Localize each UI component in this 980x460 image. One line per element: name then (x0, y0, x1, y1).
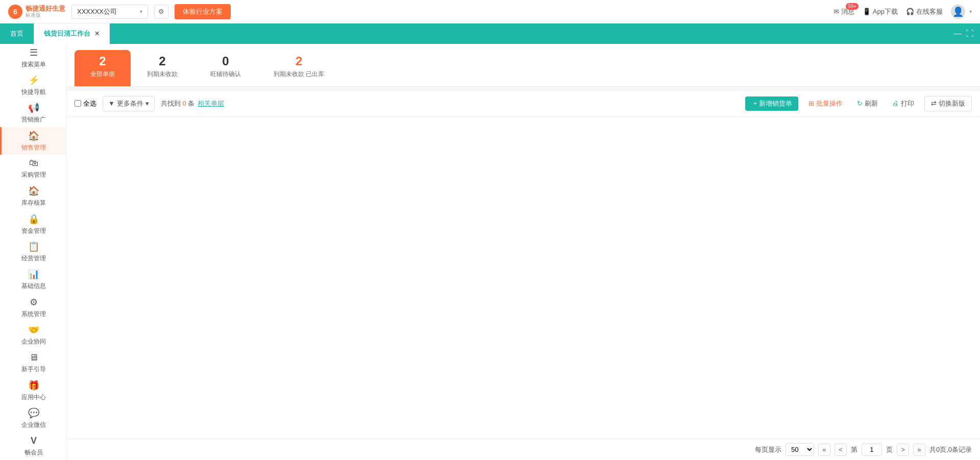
online-service-action[interactable]: 🎧 在线客服 (906, 7, 943, 16)
message-icon: ✉ (834, 8, 839, 15)
beginner-icon: 🖥 (29, 352, 38, 363)
sidebar-item-label-14: 畅会员 (24, 448, 43, 457)
select-all-input[interactable] (75, 100, 81, 107)
switch-version-button[interactable]: ⇄ 切换新版 (924, 96, 972, 111)
search-menu-icon: ☰ (30, 47, 38, 58)
tab-home[interactable]: 首页 (0, 23, 34, 44)
sidebar-item-sales[interactable]: 🏠 销售管理 (0, 127, 66, 155)
page-label: 第 (851, 445, 857, 454)
new-sale-order-button[interactable]: + 新增销货单 (745, 96, 798, 111)
sidebar-item-label-10: 企业协同 (21, 337, 46, 346)
pagination-bar: 每页显示 50 10 20 100 « < 第 页 > » 共0页,0条记录 (66, 439, 980, 460)
service-icon: 🎧 (906, 8, 914, 15)
last-page-icon: » (917, 446, 921, 453)
select-all-checkbox[interactable]: 全选 (75, 99, 96, 108)
tab-work-station[interactable]: 钱货日清工作台 ✕ (34, 23, 110, 44)
table-area (66, 117, 980, 439)
batch-label: 批量操作 (816, 99, 843, 108)
stat-count-overdue: 2 (159, 54, 165, 69)
last-page-button[interactable]: » (913, 444, 925, 456)
stat-label-all: 全部单据 (90, 70, 115, 79)
experience-button[interactable]: 体验行业方案 (175, 4, 231, 19)
member-icon: V (31, 435, 37, 446)
sidebar-item-finance[interactable]: 🔒 资金管理 (0, 210, 66, 238)
sidebar-item-label-11: 新手引导 (21, 365, 46, 374)
page-input[interactable] (862, 444, 882, 456)
enterprise-collab-icon: 🤝 (28, 324, 39, 335)
sidebar-item-app-center[interactable]: 🎁 应用中心 (0, 377, 66, 404)
sidebar-item-system[interactable]: ⚙ 系统管理 (0, 294, 66, 321)
logo-sub: 标准版 (26, 12, 65, 18)
sidebar-item-marketing[interactable]: 📢 营销推广 (0, 100, 66, 127)
sidebar-item-inventory[interactable]: 🏠 库存核算 (0, 183, 66, 210)
sidebar-item-label-0: 搜索菜单 (21, 60, 46, 69)
found-link[interactable]: 相关单据 (198, 100, 224, 107)
tab-bar-actions: — ⛶ (953, 29, 980, 38)
prev-page-button[interactable]: < (835, 444, 847, 456)
stat-tab-all[interactable]: 2 全部单据 (75, 50, 131, 86)
main-layout: ☰ 搜索菜单 ⚡ 快捷导航 📢 营销推广 🏠 销售管理 🛍 采购管理 🏠 库存核… (0, 44, 980, 460)
refresh-button[interactable]: ↻ 刷新 (853, 96, 882, 111)
page-size-label: 每页显示 (755, 445, 781, 454)
print-button[interactable]: 🖨 打印 (888, 96, 918, 111)
gear-icon: ⚙ (158, 8, 164, 15)
select-all-label: 全选 (83, 99, 96, 108)
batch-operation-button[interactable]: ⊞ 批量操作 (804, 96, 847, 111)
marketing-icon: 📢 (28, 102, 39, 113)
sidebar-item-operations[interactable]: 📋 经营管理 (0, 238, 66, 265)
filter-icon: ▼ (108, 100, 115, 107)
sidebar-item-label-1: 快捷导航 (21, 88, 46, 96)
app-download-action[interactable]: 📱 App下载 (863, 7, 898, 16)
tab-close-icon[interactable]: ✕ (94, 30, 100, 37)
sidebar-item-beginner[interactable]: 🖥 新手引导 (0, 349, 66, 377)
sidebar-item-quick-nav[interactable]: ⚡ 快捷导航 (0, 71, 66, 99)
stat-label-wangpu: 旺辅待确认 (210, 70, 241, 79)
stat-tab-wangpu[interactable]: 0 旺辅待确认 (194, 50, 257, 86)
sidebar-item-basic-info[interactable]: 📊 基础信息 (0, 266, 66, 294)
finance-icon: 🔒 (28, 213, 39, 225)
sidebar-item-enterprise-wechat[interactable]: 💬 企业微信 (0, 404, 66, 432)
message-badge: 99+ (846, 3, 859, 10)
first-page-button[interactable]: « (818, 444, 830, 456)
settings-button[interactable]: ⚙ (154, 5, 168, 19)
page-size-select[interactable]: 50 10 20 100 (786, 443, 814, 456)
sidebar-item-label-7: 经营管理 (21, 254, 46, 263)
sidebar-item-member[interactable]: V 畅会员 (0, 432, 66, 460)
filter-label: 更多条件 (117, 99, 143, 108)
company-selector[interactable]: XXXXXX公司 ▾ (71, 5, 148, 19)
sales-icon: 🏠 (28, 130, 39, 141)
app-center-icon: 🎁 (28, 380, 39, 391)
quick-nav-icon: ⚡ (28, 75, 39, 86)
minimize-icon[interactable]: — (953, 29, 962, 38)
top-header: 6 畅捷通好生意 标准版 XXXXXX公司 ▾ ⚙ 体验行业方案 ✉ 消息 99… (0, 0, 980, 23)
basic-info-icon: 📊 (28, 269, 39, 280)
found-count-text: 共找到 0 条 相关单据 (161, 99, 224, 108)
sidebar-item-label-8: 基础信息 (21, 282, 46, 290)
sidebar-item-label-9: 系统管理 (21, 310, 46, 319)
sidebar-item-label-3: 销售管理 (21, 143, 46, 152)
sidebar-item-enterprise-collab[interactable]: 🤝 企业协同 (0, 321, 66, 349)
stat-label-shipped: 到期未收款 已出库 (274, 70, 324, 79)
found-prefix: 共找到 (161, 100, 181, 107)
avatar: 👤 (951, 5, 965, 19)
sidebar-item-purchase[interactable]: 🛍 采购管理 (0, 155, 66, 182)
sidebar-item-label-6: 资金管理 (21, 227, 46, 235)
message-action[interactable]: ✉ 消息 99+ (834, 7, 854, 16)
refresh-label: 刷新 (865, 99, 878, 108)
filter-button[interactable]: ▼ 更多条件 ▾ (103, 96, 155, 111)
user-area[interactable]: 👤 ▾ (951, 5, 972, 19)
app-download-label: App下载 (873, 7, 898, 16)
maximize-icon[interactable]: ⛶ (966, 29, 974, 38)
header-left: 6 畅捷通好生意 标准版 XXXXXX公司 ▾ ⚙ 体验行业方案 (8, 4, 231, 19)
sidebar-item-label-12: 应用中心 (21, 393, 46, 402)
next-page-icon: > (901, 446, 905, 453)
sidebar-item-search-menu[interactable]: ☰ 搜索菜单 (0, 44, 66, 71)
company-name: XXXXXX公司 (77, 7, 117, 16)
logo-text: 畅捷通好生意 标准版 (26, 5, 65, 19)
stat-tab-overdue[interactable]: 2 到期未收款 (131, 50, 194, 86)
stat-tab-shipped[interactable]: 2 到期未收款 已出库 (257, 50, 340, 86)
sidebar: ☰ 搜索菜单 ⚡ 快捷导航 📢 营销推广 🏠 销售管理 🛍 采购管理 🏠 库存核… (0, 44, 66, 460)
sidebar-item-label-13: 企业微信 (21, 421, 46, 429)
enterprise-wechat-icon: 💬 (28, 407, 39, 419)
next-page-button[interactable]: > (897, 444, 909, 456)
